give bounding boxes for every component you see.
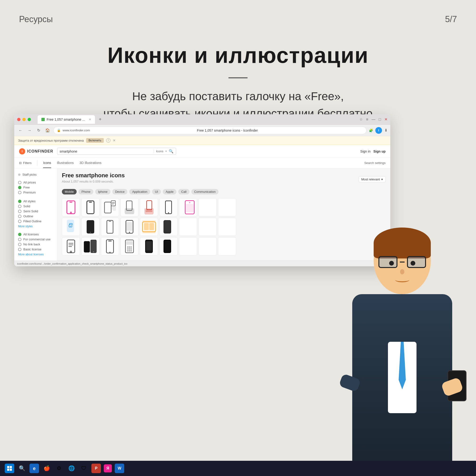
minimize-icon[interactable]: —: [372, 117, 375, 122]
icon-cell-1[interactable]: [62, 198, 80, 216]
tag-ui[interactable]: UI: [152, 189, 161, 194]
close-icon[interactable]: ✕: [384, 117, 388, 122]
bookmark-icon[interactable]: ☆: [359, 117, 363, 122]
windows-start-button[interactable]: [5, 464, 14, 473]
url-text: www.iconfinder.com: [63, 129, 90, 132]
sidebar-all-prices[interactable]: All prices: [18, 180, 53, 185]
icon-cell-22[interactable]: [120, 237, 138, 255]
sidebar-filled-outline[interactable]: Filled Outline: [18, 219, 53, 224]
icon-cell-17[interactable]: [199, 218, 217, 236]
sidebar-semi-solid[interactable]: Semi Solid: [18, 209, 53, 214]
back-button[interactable]: ←: [17, 127, 24, 134]
icon-cell-24[interactable]: [159, 237, 178, 255]
tag-communication[interactable]: Communication: [191, 189, 219, 194]
taskbar-icon-yandex[interactable]: Я: [104, 464, 112, 473]
sidebar-all-licenses[interactable]: All licenses: [18, 232, 53, 237]
taskbar-icon-shield[interactable]: 🛡: [79, 464, 88, 473]
tag-device[interactable]: Device: [112, 189, 128, 194]
filters-toggle[interactable]: ⊟ Filters: [19, 161, 32, 165]
search-submit-icon[interactable]: 🔍: [169, 149, 173, 153]
icon-cell-3[interactable]: [101, 198, 119, 216]
icon-cell-19[interactable]: [62, 237, 80, 255]
close-dot[interactable]: [17, 118, 20, 121]
restore-icon[interactable]: □: [379, 117, 381, 122]
minimize-dot[interactable]: [22, 118, 26, 121]
staff-picks-label: Staff picks: [22, 173, 37, 176]
icon-cell-18[interactable]: [218, 218, 236, 236]
profile-icon[interactable]: I: [375, 127, 382, 134]
staff-picks-dot: [18, 173, 20, 176]
icon-cell-26[interactable]: [199, 237, 217, 255]
tab-3d-illustrations[interactable]: 3D Illustrations: [80, 158, 102, 168]
sign-up-button[interactable]: Sign up: [374, 150, 386, 153]
search-settings-button[interactable]: Search settings: [364, 161, 386, 165]
icon-cell-2[interactable]: [81, 198, 100, 216]
sidebar-free[interactable]: Free: [18, 185, 53, 190]
icon-cell-6[interactable]: [159, 198, 178, 216]
tab-illustrations[interactable]: Illustrations: [57, 158, 74, 168]
search-taskbar-icon[interactable]: 🔍: [17, 464, 27, 473]
icon-cell-14[interactable]: [140, 218, 158, 236]
sign-in-button[interactable]: Sign in: [360, 150, 371, 153]
tag-application[interactable]: Application: [129, 189, 150, 194]
tag-mobile[interactable]: Mobile: [62, 189, 77, 194]
icon-cell-20[interactable]: [81, 237, 100, 255]
address-bar[interactable]: 🔒 www.iconfinder.com Free 1,057 smartpho…: [53, 127, 367, 134]
icon-cell-13[interactable]: [120, 218, 138, 236]
menu-icon[interactable]: ≡: [366, 117, 368, 122]
icon-cell-4[interactable]: [120, 198, 138, 216]
warning-enable-button[interactable]: Включить: [86, 138, 104, 143]
sidebar-solid[interactable]: Solid: [18, 204, 53, 209]
taskbar-icon-powerpoint[interactable]: P: [91, 464, 101, 473]
icon-cell-25[interactable]: [179, 237, 197, 255]
semi-solid-label: Semi Solid: [23, 209, 38, 213]
new-tab-icon[interactable]: +: [99, 117, 102, 122]
search-dropdown-arrow[interactable]: ▾: [165, 150, 167, 153]
toolbar-extras: 🧩 I ⬇: [369, 127, 388, 134]
icon-cell-11[interactable]: [81, 218, 100, 236]
svg-rect-45: [108, 241, 112, 241]
taskbar-icon-apple[interactable]: 🍎: [42, 464, 51, 473]
sidebar-all-styles[interactable]: All styles: [18, 199, 53, 204]
tag-call[interactable]: Call: [178, 189, 189, 194]
sidebar-no-link-back[interactable]: No link back: [18, 242, 53, 247]
sidebar-premium[interactable]: Premium: [18, 190, 53, 195]
refresh-button[interactable]: ↻: [35, 127, 42, 134]
icon-cell-7[interactable]: [179, 198, 197, 216]
icon-cell-12[interactable]: [101, 218, 119, 236]
sidebar-basic-license[interactable]: Basic license: [18, 247, 53, 252]
icon-cell-8[interactable]: [199, 198, 217, 216]
more-styles-link[interactable]: More styles: [18, 225, 53, 228]
extensions-icon[interactable]: 🧩: [369, 129, 373, 132]
sidebar-staff-picks[interactable]: Staff picks: [18, 172, 53, 177]
icon-cell-27[interactable]: [218, 237, 236, 255]
icon-cell-23[interactable]: [140, 237, 158, 255]
tab-icons[interactable]: Icons: [43, 158, 51, 168]
search-box[interactable]: smartphone Icons ▾ 🔍: [57, 148, 176, 155]
icon-cell-5[interactable]: [140, 198, 158, 216]
icon-cell-21[interactable]: [101, 237, 119, 255]
icon-cell-16[interactable]: [179, 218, 197, 236]
tag-phone[interactable]: Phone: [79, 189, 93, 194]
taskbar-icon-settings[interactable]: ⚙: [54, 464, 64, 473]
download-icon[interactable]: ⬇: [384, 128, 388, 133]
icon-cell-10[interactable]: [62, 218, 80, 236]
most-relevant-dropdown[interactable]: Most relevant ▾: [359, 176, 386, 182]
sidebar-outline[interactable]: Outline: [18, 214, 53, 219]
tab-close-icon[interactable]: ✕: [89, 118, 91, 121]
icon-cell-9[interactable]: [218, 198, 236, 216]
icon-cell-15[interactable]: [159, 218, 178, 236]
tag-iphone[interactable]: Iphone: [95, 189, 110, 194]
home-button[interactable]: 🏠: [44, 127, 51, 134]
taskbar-icon-globe[interactable]: 🌐: [67, 464, 76, 473]
maximize-dot[interactable]: [28, 118, 31, 121]
forward-button[interactable]: →: [26, 127, 33, 134]
more-licenses-link[interactable]: More about licenses: [18, 253, 53, 256]
sidebar-commercial[interactable]: For commercial use: [18, 237, 53, 242]
warning-close-icon[interactable]: ✕: [113, 138, 116, 142]
warning-info-icon[interactable]: ?: [106, 138, 110, 143]
browser-tab[interactable]: Free 1,057 smartphone ... ✕: [38, 115, 95, 124]
taskbar-icon-word[interactable]: W: [115, 464, 124, 473]
taskbar-icon-browser[interactable]: e: [30, 464, 39, 473]
tag-apple[interactable]: Apple: [163, 189, 176, 194]
